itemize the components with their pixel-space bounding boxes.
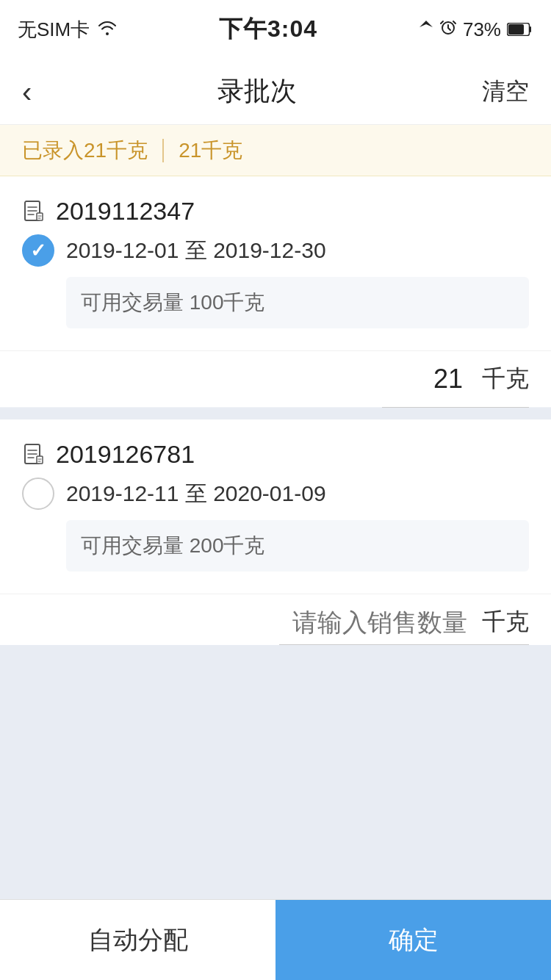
radio-2[interactable] xyxy=(22,478,54,510)
recorded-label: 已录入21千克 xyxy=(22,137,148,165)
doc-icon-2 xyxy=(22,443,46,466)
avail-box-2: 可用交易量 200千克 xyxy=(66,520,529,572)
confirm-button[interactable]: 确定 xyxy=(276,900,551,980)
nav-bar: ‹ 录批次 清空 xyxy=(0,59,551,125)
recorded-value: 21千克 xyxy=(179,137,242,165)
auto-distribute-button[interactable]: 自动分配 xyxy=(0,900,276,980)
qty-row-2: 千克 xyxy=(0,594,551,645)
status-time: 下午3:04 xyxy=(219,13,317,46)
batch-header-1: 2019112347 xyxy=(22,197,529,226)
batch-date-row-1[interactable]: 2019-12-01 至 2019-12-30 xyxy=(22,234,529,267)
content-wrapper: 2019112347 2019-12-01 至 2019-12-30 可用交易量… xyxy=(0,176,551,980)
qty-unit-2: 千克 xyxy=(482,606,529,638)
battery-icon xyxy=(507,18,533,41)
avail-box-1: 可用交易量 100千克 xyxy=(66,277,529,328)
underline-2 xyxy=(279,644,529,645)
batch-id-1: 2019112347 xyxy=(56,197,195,226)
status-left: 无SIM卡 xyxy=(18,17,118,43)
alarm-icon xyxy=(439,18,457,41)
carrier-text: 无SIM卡 xyxy=(18,17,90,43)
battery-text: 73% xyxy=(463,18,501,41)
radio-1[interactable] xyxy=(22,234,54,267)
qty-input-2[interactable] xyxy=(155,608,467,637)
back-button[interactable]: ‹ xyxy=(22,77,32,107)
batch-header-2: 2019126781 xyxy=(22,440,529,469)
batch-item-1: 2019112347 2019-12-01 至 2019-12-30 可用交易量… xyxy=(0,176,551,350)
bottom-bar: 自动分配 确定 xyxy=(0,899,551,980)
doc-icon-1 xyxy=(22,200,46,223)
batch-date-1: 2019-12-01 至 2019-12-30 xyxy=(66,236,326,266)
info-bar: 已录入21千克 21千克 xyxy=(0,125,551,176)
status-bar: 无SIM卡 下午3:04 73% xyxy=(0,0,551,59)
batch-id-2: 2019126781 xyxy=(56,440,195,469)
qty-unit-1: 千克 xyxy=(482,363,529,395)
svg-rect-2 xyxy=(508,24,524,35)
section-divider xyxy=(0,408,551,419)
qty-input-wrapper: 千克 xyxy=(22,606,529,644)
batch-date-row-2[interactable]: 2019-12-11 至 2020-01-09 xyxy=(22,478,529,510)
info-divider xyxy=(162,139,164,162)
svg-rect-4 xyxy=(37,213,43,220)
location-icon xyxy=(419,18,433,41)
wifi-icon xyxy=(97,18,118,41)
clear-button[interactable]: 清空 xyxy=(482,76,529,108)
batch-item-2: 2019126781 2019-12-11 至 2020-01-09 可用交易量… xyxy=(0,419,551,594)
page-title: 录批次 xyxy=(217,73,297,109)
qty-row-1: 21 千克 xyxy=(0,350,551,407)
batch-date-2: 2019-12-11 至 2020-01-09 xyxy=(66,479,326,509)
qty-value-1: 21 xyxy=(433,364,463,394)
status-right: 73% xyxy=(419,18,533,41)
svg-rect-6 xyxy=(37,456,43,464)
